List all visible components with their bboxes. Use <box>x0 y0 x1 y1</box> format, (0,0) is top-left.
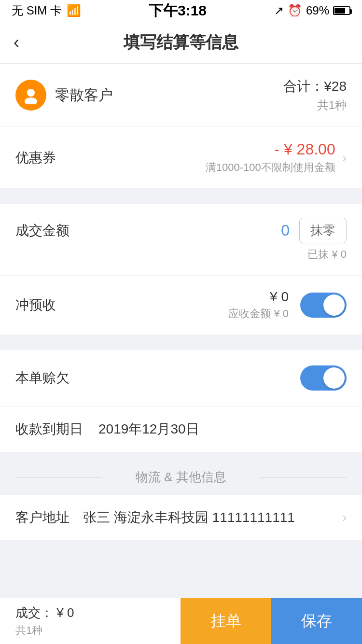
coupon-chevron-icon: › <box>342 150 347 166</box>
coupon-value: - ¥ 28.00 <box>206 140 335 158</box>
status-bar: 无 SIM 卡 📶 下午3:18 ↗ ⏰ 69% <box>0 0 362 21</box>
transaction-top: 成交金额 0 抹零 <box>15 218 347 243</box>
address-row[interactable]: 客户地址 张三 海淀永丰科技园 11111111111 › <box>0 494 362 540</box>
prepay-toggle[interactable] <box>300 293 347 318</box>
prepay-right: ¥ 0 应收金额 ¥ 0 <box>228 289 347 321</box>
bottom-deal: 成交： ¥ 0 <box>15 604 165 621</box>
divider-2 <box>0 342 362 350</box>
total-count: 共1种 <box>283 98 347 113</box>
nav-bar: ‹ 填写结算等信息 <box>0 21 362 64</box>
prepay-label: 冲预收 <box>15 296 56 314</box>
coupon-sub: 满1000-100不限制使用金额 <box>206 160 335 175</box>
battery-percent: 69% <box>306 4 329 17</box>
transaction-value[interactable]: 0 <box>281 222 290 239</box>
deal-label: 成交： <box>15 605 53 620</box>
customer-left: 零散客户 <box>15 80 113 111</box>
due-date-row: 收款到期日 2019年12月30日 <box>0 406 362 452</box>
round-off-button[interactable]: 抹零 <box>299 218 347 243</box>
debt-toggle-knob <box>323 367 345 389</box>
bottom-bar: 成交： ¥ 0 共1种 挂单 保存 <box>0 598 362 644</box>
wifi-icon: 📶 <box>67 4 81 17</box>
prepay-sub: 应收金额 ¥ 0 <box>228 307 289 321</box>
deal-value: ¥ 0 <box>56 605 74 620</box>
address-chevron-icon: › <box>342 510 347 525</box>
alarm-icon: ⏰ <box>288 4 302 17</box>
coupon-row[interactable]: 优惠券 - ¥ 28.00 满1000-100不限制使用金额 › <box>0 126 362 188</box>
debt-section: 本单赊欠 收款到期日 2019年12月30日 <box>0 350 362 452</box>
customer-right: 合计：¥28 共1种 <box>283 77 347 113</box>
total-amount: 合计：¥28 <box>283 77 347 96</box>
coupon-label: 优惠券 <box>15 149 56 167</box>
customer-avatar <box>15 80 46 111</box>
svg-point-1 <box>25 98 37 104</box>
customer-name: 零散客户 <box>55 85 113 105</box>
transaction-row: 成交金额 0 抹零 已抹 ¥ 0 <box>0 204 362 275</box>
svg-point-0 <box>27 89 35 97</box>
address-value: 张三 海淀永丰科技园 11111111111 <box>83 508 342 527</box>
debt-label: 本单赊欠 <box>15 369 70 387</box>
bottom-left: 成交： ¥ 0 共1种 <box>0 604 181 638</box>
address-label: 客户地址 <box>15 508 83 527</box>
divider-1 <box>0 196 362 204</box>
hang-button[interactable]: 挂单 <box>181 598 271 644</box>
logistics-title: 物流 & 其他信息 <box>128 469 234 486</box>
location-icon: ↗ <box>274 4 284 17</box>
customer-row: 零散客户 合计：¥28 共1种 <box>0 64 362 126</box>
no-sim-text: 无 SIM 卡 <box>12 3 62 18</box>
customer-section: 零散客户 合计：¥28 共1种 优惠券 - ¥ 28.00 满1000-100不… <box>0 64 362 188</box>
transaction-section: 成交金额 0 抹零 已抹 ¥ 0 冲预收 ¥ 0 应收金额 ¥ 0 <box>0 204 362 335</box>
status-right: ↗ ⏰ 69% <box>274 4 350 17</box>
status-left: 无 SIM 卡 📶 <box>12 3 81 18</box>
due-date-value[interactable]: 2019年12月30日 <box>98 420 199 438</box>
back-button[interactable]: ‹ <box>14 32 19 53</box>
prepay-value: ¥ 0 <box>228 289 289 305</box>
debt-row: 本单赊欠 <box>0 350 362 406</box>
prepay-row: 冲预收 ¥ 0 应收金额 ¥ 0 <box>0 275 362 335</box>
transaction-sub: 已抹 ¥ 0 <box>15 247 347 262</box>
page-title: 填写结算等信息 <box>124 31 238 54</box>
battery-icon <box>333 6 350 15</box>
address-section: 客户地址 张三 海淀永丰科技园 11111111111 › <box>0 494 362 540</box>
status-time: 下午3:18 <box>149 1 207 21</box>
debt-toggle[interactable] <box>300 365 347 391</box>
save-button[interactable]: 保存 <box>271 598 362 644</box>
logistics-header: 物流 & 其他信息 <box>0 460 362 494</box>
prepay-amounts: ¥ 0 应收金额 ¥ 0 <box>228 289 289 321</box>
bottom-spacer <box>0 548 362 594</box>
bottom-count: 共1种 <box>15 623 165 638</box>
due-date-label: 收款到期日 <box>15 420 83 438</box>
transaction-label: 成交金额 <box>15 222 70 240</box>
coupon-right: - ¥ 28.00 满1000-100不限制使用金额 › <box>206 140 347 175</box>
toggle-knob <box>323 294 345 316</box>
